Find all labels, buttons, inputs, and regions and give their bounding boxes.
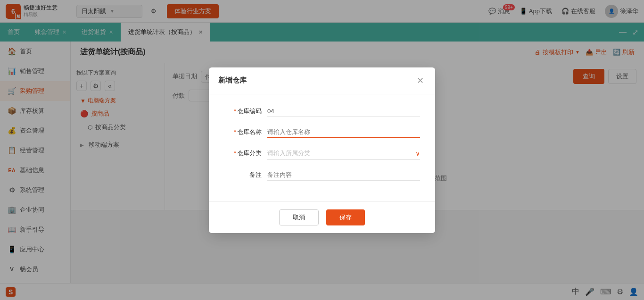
warehouse-category-select[interactable]: 请输入所属分类 ∨	[267, 147, 420, 160]
modal-header: 新增仓库 ✕	[209, 67, 435, 94]
modal-overlay: 新增仓库 ✕ *仓库编码 *仓库名称 *仓库分类	[0, 0, 644, 300]
warehouse-code-row: *仓库编码	[224, 106, 420, 117]
category-placeholder: 请输入所属分类	[267, 149, 310, 158]
modal-close-btn[interactable]: ✕	[414, 75, 426, 86]
modal-title: 新增仓库	[218, 76, 247, 85]
new-warehouse-modal: 新增仓库 ✕ *仓库编码 *仓库名称 *仓库分类	[209, 67, 435, 233]
modal-footer: 取消 保存	[209, 201, 435, 233]
modal-body: *仓库编码 *仓库名称 *仓库分类 请输入所属分类 ∨	[209, 94, 435, 201]
warehouse-name-input[interactable]	[267, 126, 420, 138]
warehouse-note-label: 备注	[224, 171, 262, 179]
warehouse-name-label: *仓库名称	[224, 128, 262, 136]
cancel-button[interactable]: 取消	[279, 209, 319, 225]
warehouse-note-row: 备注	[224, 169, 420, 181]
warehouse-code-input[interactable]	[267, 106, 420, 117]
warehouse-code-label: *仓库编码	[224, 107, 262, 116]
warehouse-category-row: *仓库分类 请输入所属分类 ∨	[224, 147, 420, 160]
category-arrow-icon: ∨	[415, 150, 420, 157]
warehouse-name-row: *仓库名称	[224, 126, 420, 138]
save-button[interactable]: 保存	[326, 209, 365, 225]
warehouse-category-label: *仓库分类	[224, 149, 262, 158]
warehouse-note-input[interactable]	[267, 169, 420, 181]
